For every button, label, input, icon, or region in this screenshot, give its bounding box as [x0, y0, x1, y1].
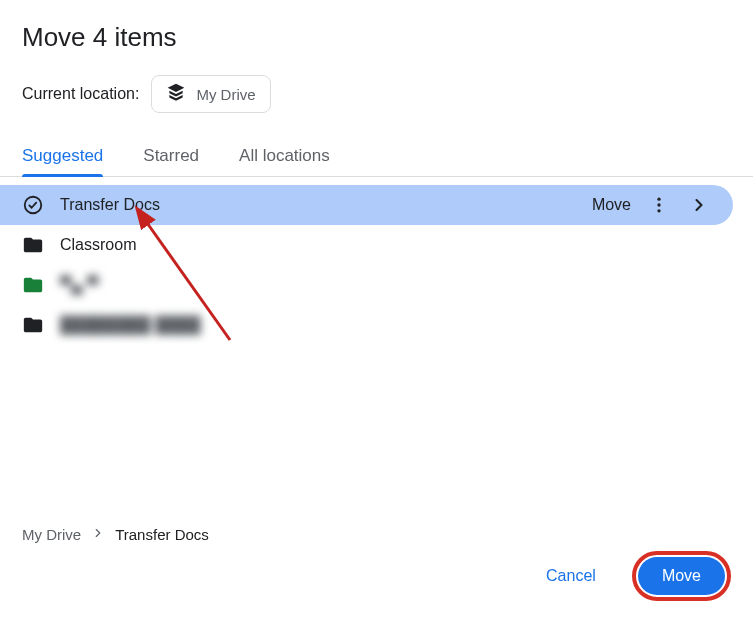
folder-icon — [22, 234, 44, 256]
folder-row-transfer-docs[interactable]: Transfer Docs Move — [0, 185, 733, 225]
svg-point-3 — [657, 209, 660, 212]
more-options-icon[interactable] — [647, 193, 671, 217]
folder-name: Classroom — [60, 236, 731, 254]
cancel-button[interactable]: Cancel — [530, 557, 612, 595]
folder-row-classroom[interactable]: Classroom — [0, 225, 753, 265]
svg-point-2 — [657, 203, 660, 206]
dialog-footer: Cancel Move — [530, 551, 731, 601]
folder-name: ▀▄ ▀ — [60, 276, 731, 294]
folder-list: Transfer Docs Move Classroom ▀▄ ▀ — [0, 185, 753, 345]
current-location-label: Current location: — [22, 85, 139, 103]
folder-name: Transfer Docs — [60, 196, 576, 214]
current-location-row: Current location: My Drive — [0, 75, 753, 113]
tab-all-locations[interactable]: All locations — [239, 135, 330, 176]
chevron-right-icon — [91, 526, 105, 543]
breadcrumb-root[interactable]: My Drive — [22, 526, 81, 543]
checkmark-circle-icon — [22, 194, 44, 216]
dialog-title: Move 4 items — [0, 22, 753, 53]
breadcrumb-current: Transfer Docs — [115, 526, 209, 543]
tab-starred[interactable]: Starred — [143, 135, 199, 176]
annotation-highlight: Move — [632, 551, 731, 601]
folder-name: ████████ ████ — [60, 316, 731, 334]
tabs: Suggested Starred All locations — [0, 135, 753, 177]
folder-row-redacted-1[interactable]: ▀▄ ▀ — [0, 265, 753, 305]
navigate-into-icon[interactable] — [687, 193, 711, 217]
shared-folder-icon — [22, 274, 44, 296]
move-dialog: Move 4 items Current location: My Drive … — [0, 0, 753, 623]
folder-row-redacted-2[interactable]: ████████ ████ — [0, 305, 753, 345]
move-button[interactable]: Move — [638, 557, 725, 595]
folder-icon — [22, 314, 44, 336]
svg-point-1 — [657, 198, 660, 201]
current-location-name: My Drive — [196, 86, 255, 103]
drive-icon — [166, 82, 186, 106]
tab-suggested[interactable]: Suggested — [22, 135, 103, 176]
current-location-chip[interactable]: My Drive — [151, 75, 270, 113]
breadcrumb: My Drive Transfer Docs — [22, 526, 209, 543]
move-here-label: Move — [592, 196, 631, 214]
